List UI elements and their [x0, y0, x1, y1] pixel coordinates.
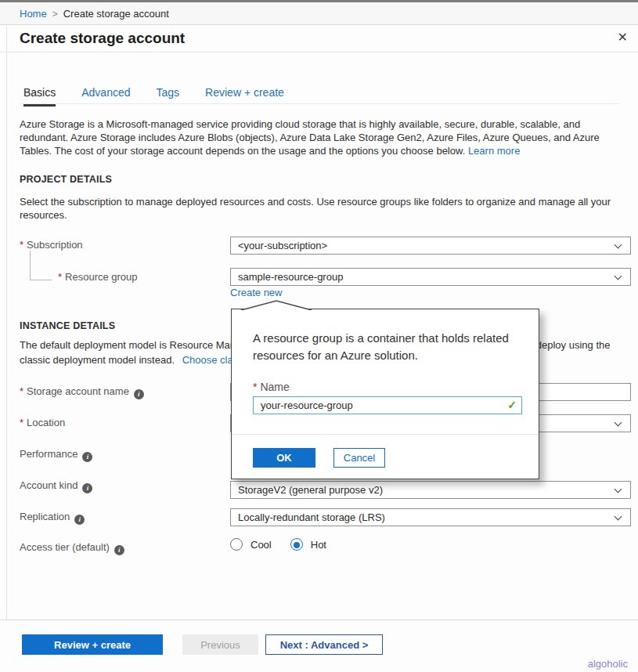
- review-create-button[interactable]: Review + create: [22, 634, 163, 655]
- popup-name-input[interactable]: [253, 396, 522, 414]
- account-kind-label: Account kindi: [20, 479, 92, 493]
- required-asterisk: *: [20, 385, 23, 397]
- info-icon[interactable]: i: [82, 452, 92, 462]
- popup-caret-icon: [240, 300, 312, 310]
- radio-cool[interactable]: [230, 538, 243, 551]
- resource-group-connector-horizontal: [30, 280, 52, 280]
- watermark: algoholic: [588, 658, 628, 670]
- info-icon[interactable]: i: [82, 483, 92, 493]
- resource-group-label: *Resource group: [58, 271, 138, 283]
- chevron-down-icon: [615, 513, 622, 521]
- breadcrumb: Home>Create storage account: [0, 2, 638, 25]
- footer-divider: [0, 620, 638, 620]
- popup-name-label: *Name: [253, 381, 290, 393]
- chevron-down-icon: [615, 419, 622, 427]
- cancel-button[interactable]: Cancel: [333, 448, 385, 468]
- close-icon[interactable]: ✕: [618, 30, 628, 45]
- radio-cool-label: Cool: [251, 539, 272, 551]
- account-kind-value: StorageV2 (general purpose v2): [238, 484, 383, 496]
- breadcrumb-current: Create storage account: [63, 8, 169, 20]
- info-icon[interactable]: i: [74, 515, 85, 525]
- subscription-label-text: Subscription: [27, 239, 83, 251]
- resource-group-value: sample-resource-group: [238, 271, 343, 283]
- chevron-down-icon: [615, 273, 622, 280]
- popup-name-label-text: Name: [260, 381, 289, 393]
- resource-group-connector-vertical: [30, 251, 31, 280]
- radio-hot-label: Hot: [311, 539, 326, 551]
- storage-account-name-label-text: Storage account name: [27, 385, 129, 397]
- account-kind-select[interactable]: StorageV2 (general purpose v2): [230, 481, 631, 499]
- chevron-down-icon: [615, 241, 622, 249]
- project-details-heading: PROJECT DETAILS: [20, 174, 112, 185]
- popup-divider: [232, 434, 539, 435]
- popup-name-field-wrap: ✓: [253, 396, 522, 414]
- info-icon[interactable]: i: [114, 545, 124, 555]
- access-tier-label: Access tier (default)i: [20, 541, 124, 555]
- breadcrumb-separator-icon: >: [52, 9, 58, 20]
- resource-group-select[interactable]: sample-resource-group: [230, 268, 631, 286]
- radio-hot[interactable]: [290, 538, 303, 551]
- replication-label: Replicationi: [20, 511, 85, 525]
- resource-group-label-text: Resource group: [65, 271, 138, 283]
- account-kind-label-text: Account kind: [20, 479, 77, 491]
- subscription-select[interactable]: <your-subscription>: [230, 237, 631, 255]
- access-tier-radio-group: Cool Hot: [230, 538, 337, 551]
- replication-value: Locally-redundant storage (LRS): [238, 511, 385, 523]
- popup-description: A resource group is a container that hol…: [253, 330, 525, 364]
- subscription-label: *Subscription: [20, 239, 83, 251]
- replication-select[interactable]: Locally-redundant storage (LRS): [230, 508, 631, 526]
- required-asterisk: *: [58, 271, 62, 283]
- create-storage-account-page: Home>Create storage account Create stora…: [0, 0, 638, 672]
- info-icon[interactable]: i: [134, 389, 144, 399]
- learn-more-link[interactable]: Learn more: [468, 145, 520, 157]
- location-label: *Location: [20, 417, 65, 428]
- breadcrumb-home-link[interactable]: Home: [20, 8, 47, 20]
- ok-button[interactable]: OK: [253, 448, 315, 468]
- valid-check-icon: ✓: [507, 399, 517, 411]
- location-label-text: Location: [27, 417, 65, 428]
- performance-label-text: Performance: [20, 448, 77, 460]
- replication-label-text: Replication: [20, 511, 70, 522]
- previous-button[interactable]: Previous: [182, 634, 258, 655]
- required-asterisk: *: [20, 417, 23, 428]
- required-asterisk: *: [253, 381, 257, 393]
- tabs-divider: [20, 103, 619, 104]
- page-title: Create storage account: [20, 30, 185, 47]
- performance-label: Performancei: [20, 448, 92, 462]
- create-new-link[interactable]: Create new: [230, 287, 282, 298]
- chevron-down-icon: [615, 486, 622, 493]
- instance-details-heading: INSTANCE DETAILS: [20, 320, 115, 331]
- intro-paragraph: Azure Storage is a Microsoft-managed ser…: [20, 117, 619, 157]
- title-divider: [0, 52, 638, 52]
- next-advanced-button[interactable]: Next : Advanced >: [265, 634, 383, 655]
- project-details-description: Select the subscription to manage deploy…: [20, 195, 611, 222]
- subscription-value: <your-subscription>: [238, 240, 327, 251]
- storage-account-name-label: *Storage account namei: [20, 385, 144, 399]
- access-tier-label-text: Access tier (default): [20, 541, 110, 553]
- deployment-line2-text: classic deployment model instead.: [20, 354, 175, 366]
- create-resource-group-popup: A resource group is a container that hol…: [231, 309, 539, 479]
- required-asterisk: *: [20, 239, 23, 251]
- panel-left-edge: [6, 26, 7, 620]
